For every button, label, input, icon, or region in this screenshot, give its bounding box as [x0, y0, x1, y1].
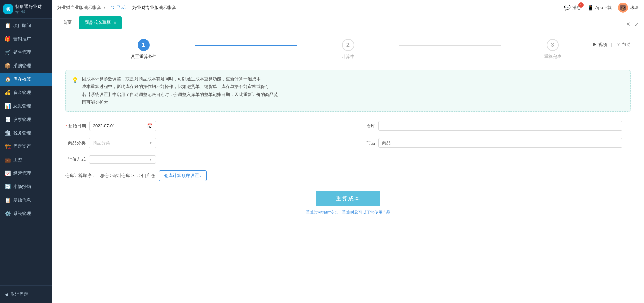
steps-container: 1 设置重算条件 2 计算中 3 重算完成 ▶ 视: [65, 39, 631, 60]
step-2-number: 2: [346, 42, 350, 48]
sidebar-item-label: 系统管理: [13, 211, 31, 217]
pricing-field: 计价方式 ▼: [65, 155, 341, 164]
sidebar-item-label: 销售管理: [13, 49, 31, 55]
notification-badge: 1: [578, 2, 584, 8]
sidebar-item-tax[interactable]: 🏛️ 税务管理: [0, 126, 52, 140]
sidebar-item-accounting[interactable]: 📊 总账管理: [0, 99, 52, 113]
step-3-label: 重算完成: [544, 54, 561, 60]
sidebar-item-sales[interactable]: 🛒 销售管理: [0, 46, 52, 59]
pricing-label: 计价方式: [65, 156, 86, 162]
video-icon: ▶: [593, 42, 598, 47]
step-line-1: [195, 45, 297, 46]
form-row-3: 计价方式 ▼: [65, 155, 631, 164]
goods-input[interactable]: [382, 140, 619, 145]
step-line-2: [399, 45, 501, 46]
form-row-2: 商品分类 商品分类 ▼ 商品 ···: [65, 138, 631, 148]
help-link[interactable]: ？ 帮助: [616, 42, 631, 48]
message-button[interactable]: 💬 消息 1: [564, 4, 581, 11]
operations-icon: 📈: [5, 170, 11, 176]
recalc-btn-label: 重算成本: [336, 196, 360, 201]
cancel-pin-label: 取消固定: [11, 291, 28, 297]
tab-close-button[interactable]: ×: [114, 20, 116, 25]
warehouse-input-wrapper[interactable]: [378, 121, 622, 131]
sidebar-item-project[interactable]: 📋 项目顾问: [0, 19, 52, 32]
warehouse-more-button[interactable]: ···: [624, 123, 631, 129]
step-2-label: 计算中: [341, 54, 355, 60]
phone-icon: 📱: [587, 4, 594, 11]
info-line-2: 成本重算过程中，影响库存账的操作均不能操作，比如进货单、销货单、库存单据不能审核…: [82, 83, 278, 90]
topbar-right: 💬 消息 1 📱 App下载 🐻 珠珠: [564, 3, 639, 13]
help-icon: ？: [616, 42, 622, 47]
sidebar-item-operations[interactable]: 📈 经营管理: [0, 167, 52, 180]
sidebar-item-purchase[interactable]: 📦 采购管理: [0, 59, 52, 73]
main-area: 好业财专业版演示帐套 ▼ 🛡 已认证 好业财专业版演示帐套 💬 消息 1 📱 A…: [52, 0, 644, 303]
app-logo-text: 畅康通好业财 专业版: [15, 4, 42, 14]
step-1-label: 设置重算条件: [130, 54, 157, 60]
sidebar-item-label: 工资: [13, 157, 22, 163]
recalc-button[interactable]: 重算成本: [316, 191, 380, 206]
close-window-button[interactable]: ✕: [626, 21, 630, 27]
basic-icon: 📋: [5, 197, 11, 203]
system-icon: ⚙️: [5, 211, 11, 217]
sidebar-item-finance[interactable]: 💰 资金管理: [0, 86, 52, 99]
tab-home[interactable]: 首页: [57, 16, 77, 29]
verified-text: 已认证: [116, 5, 128, 10]
verified-badge: 🛡 已认证: [110, 5, 128, 10]
account-selector[interactable]: 好业财专业版演示帐套 ▼: [57, 5, 106, 11]
sidebar-item-label: 税务管理: [13, 130, 31, 136]
purchase-icon: 📦: [5, 63, 11, 69]
warehouse-order-settings-button[interactable]: 仓库计算顺序设置 ›: [159, 170, 207, 181]
maximize-window-button[interactable]: ⤢: [634, 21, 639, 27]
cancel-pin-button[interactable]: ◀ 取消固定: [0, 288, 52, 300]
step-1-circle: 1: [138, 39, 150, 51]
sidebar-item-system[interactable]: ⚙️ 系统管理: [0, 207, 52, 220]
tax-icon: 🏛️: [5, 130, 11, 136]
sidebar-item-basic[interactable]: 📋 基础信息: [0, 193, 52, 207]
tab-cost-recalc[interactable]: 商品成本重算 ×: [79, 16, 122, 29]
info-box: 💡 因成本计算参数调整，或是对商品成本有疑问时，可以通过成本重算功能，重新计算一…: [65, 70, 631, 112]
sidebar-item-marketing[interactable]: 🎁 营销推广: [0, 32, 52, 46]
warehouse-input[interactable]: [382, 123, 619, 128]
finance-icon: 💰: [5, 90, 11, 96]
chevron-right-icon: ›: [200, 173, 202, 178]
step-1: 1 设置重算条件: [92, 39, 195, 60]
start-date-input[interactable]: [93, 123, 146, 128]
sidebar-item-label: 小畅报销: [13, 184, 31, 190]
video-link[interactable]: ▶ 视频: [593, 42, 607, 48]
user-profile[interactable]: 🐻 珠珠: [618, 3, 639, 13]
shield-icon: 🛡: [110, 5, 115, 10]
sidebar-item-label: 资金管理: [13, 90, 31, 96]
app-download-button[interactable]: 📱 App下载: [587, 4, 612, 11]
sidebar-item-label: 总账管理: [13, 103, 31, 109]
sidebar-item-label: 经营管理: [13, 170, 31, 176]
accounting-icon: 📊: [5, 103, 11, 109]
category-select[interactable]: 商品分类 ▼: [89, 138, 156, 148]
payroll-icon: 💼: [5, 157, 11, 163]
sales-icon: 🛒: [5, 49, 11, 55]
goods-input-wrapper[interactable]: [378, 138, 622, 148]
start-date-input-wrapper[interactable]: 📅: [89, 121, 156, 131]
account-name: 好业财专业版演示帐套: [57, 5, 101, 11]
sidebar-footer: ◀ 取消固定: [0, 285, 52, 303]
category-field: 商品分类 商品分类 ▼: [65, 138, 341, 148]
recalc-section: 重算成本 重算过程耗时较长，重算时您可以正常使用产品: [65, 191, 631, 215]
calendar-icon[interactable]: 📅: [147, 123, 153, 129]
sidebar-item-inventory[interactable]: 🏠 库存核算: [0, 73, 52, 86]
app-download-label: App下载: [595, 5, 612, 11]
sidebar-item-assets[interactable]: 🏗️ 固定资产: [0, 140, 52, 153]
warehouse-label: 仓库: [355, 123, 375, 129]
sidebar-item-payroll[interactable]: 💼 工资: [0, 153, 52, 167]
user-avatar: 🐻: [618, 3, 628, 13]
user-name: 珠珠: [630, 5, 639, 11]
sidebar-item-label: 基础信息: [13, 197, 31, 203]
sidebar-item-label: 项目顾问: [13, 23, 31, 29]
pricing-select[interactable]: ▼: [89, 155, 156, 164]
tab-active-label: 商品成本重算: [85, 20, 111, 25]
sidebar-item-invoice[interactable]: 🧾 发票管理: [0, 113, 52, 126]
sidebar-item-label: 营销推广: [13, 36, 31, 42]
info-line-1: 因成本计算参数调整，或是对商品成本有疑问时，可以通过成本重算功能，重新计算一遍成…: [82, 75, 278, 83]
sidebar-item-expense[interactable]: 🔄 小畅报销: [0, 180, 52, 193]
video-label: 视频: [598, 42, 607, 47]
goods-more-button[interactable]: ···: [624, 140, 631, 146]
goods-field: 商品 ···: [355, 138, 631, 148]
